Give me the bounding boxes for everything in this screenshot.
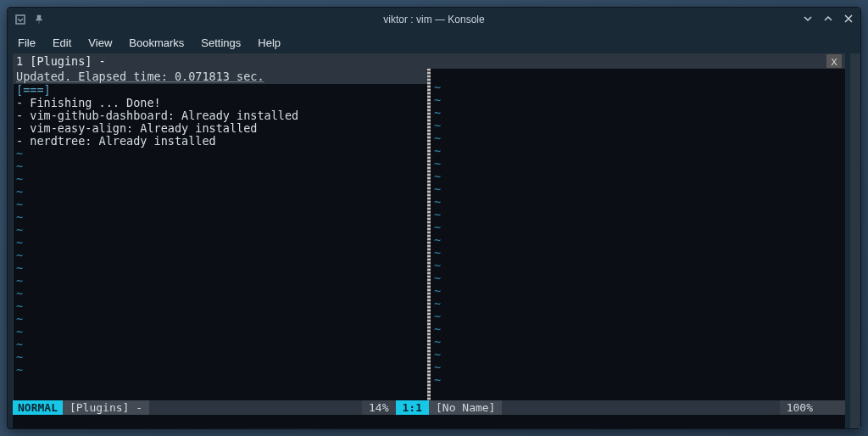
menubar: File Edit View Bookmarks Settings Help [8, 31, 860, 53]
pin-icon[interactable] [33, 14, 45, 25]
progress-indicator: [===] [16, 83, 51, 97]
menu-bookmarks[interactable]: Bookmarks [129, 36, 184, 49]
menu-view[interactable]: View [88, 36, 112, 49]
content-line: - vim-easy-align: Already installed [16, 122, 427, 135]
vim-statusline: NORMAL [Plugins] - 14% 1:1 [No Name] 100… [13, 400, 845, 415]
konsole-window: viktor : vim — Konsole File Edit View Bo… [7, 7, 861, 429]
menu-help[interactable]: Help [258, 36, 281, 49]
menu-file[interactable]: File [18, 36, 36, 49]
command-line[interactable] [13, 415, 845, 428]
content-line: - Finishing ... Done! [16, 97, 427, 109]
tilde-lines: ~~~~~~~~~~~~~~~~~~ [13, 148, 427, 377]
buffer-tab-label[interactable]: 1 [Plugins] - [16, 54, 106, 68]
menu-settings[interactable]: Settings [201, 36, 241, 49]
status-percent-right: 100% [780, 400, 820, 415]
status-position-left: 1:1 [396, 400, 429, 415]
svg-rect-0 [16, 15, 25, 24]
content-line: - vim-github-dashboard: Already installe… [16, 109, 427, 122]
minimize-button[interactable] [803, 14, 813, 26]
status-filename-right: [No Name] [429, 400, 502, 415]
app-menu-icon[interactable] [14, 14, 26, 25]
status-filename-left: [Plugins] - [63, 400, 149, 415]
content-line: - nerdtree: Already installed [16, 135, 427, 148]
tilde-lines: ~~~~~~~~~~~~~~~~~~~~~~~~ [431, 81, 845, 387]
menu-edit[interactable]: Edit [53, 36, 71, 49]
right-pane[interactable]: ~~~~~~~~~~~~~~~~~~~~~~~~ [431, 69, 845, 400]
empty-first-line [431, 69, 845, 81]
pane-content: [===] - Finishing ... Done! - vim-github… [13, 84, 427, 148]
status-percent-left: 14% [362, 400, 395, 415]
plugin-status-line: Updated. Elapsed time: 0.071813 sec. [13, 69, 427, 84]
maximize-button[interactable] [823, 14, 833, 26]
close-button[interactable] [843, 14, 854, 26]
mode-indicator: NORMAL [13, 400, 63, 415]
terminal-scrollbar[interactable] [850, 53, 860, 428]
left-pane[interactable]: Updated. Elapsed time: 0.071813 sec. [==… [13, 69, 427, 400]
titlebar[interactable]: viktor : vim — Konsole [8, 8, 860, 31]
buffer-tabline: 1 [Plugins] - x [13, 53, 845, 69]
terminal-area[interactable]: 1 [Plugins] - x Updated. Elapsed time: 0… [13, 53, 845, 428]
window-title: viktor : vim — Konsole [383, 14, 484, 25]
buffer-close-x[interactable]: x [826, 54, 842, 68]
